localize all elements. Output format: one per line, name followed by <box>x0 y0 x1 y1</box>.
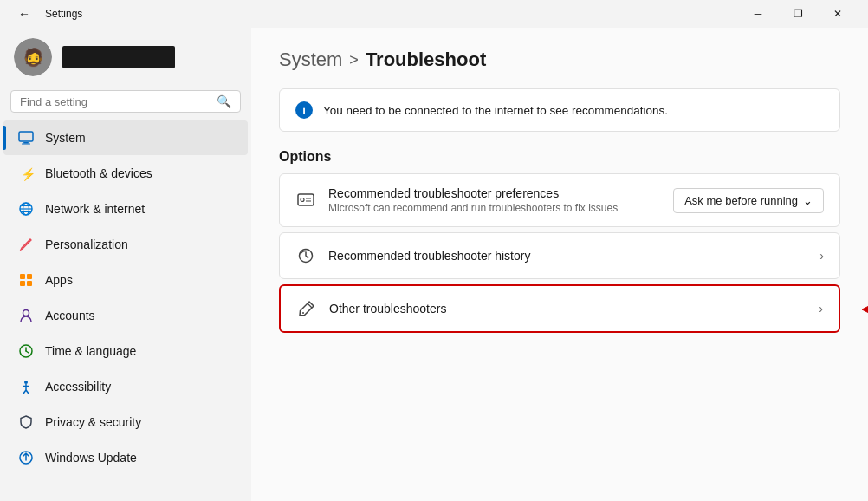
svg-rect-10 <box>27 274 32 279</box>
sidebar-item-label-windows-update: Windows Update <box>45 451 137 465</box>
option-text-history: Recommended troubleshooter history <box>328 249 807 263</box>
svg-text:⚡: ⚡ <box>21 167 35 182</box>
option-card-recommended-history: Recommended troubleshooter history › <box>279 232 840 279</box>
option-desc-prefs: Microsoft can recommend and run troubles… <box>328 202 661 214</box>
close-button[interactable]: ✕ <box>818 0 858 28</box>
time-icon <box>17 342 35 360</box>
dropdown-prefs[interactable]: Ask me before running ⌄ <box>673 188 824 213</box>
svg-rect-12 <box>27 281 32 286</box>
svg-point-17 <box>24 381 28 384</box>
svg-line-21 <box>26 390 29 394</box>
breadcrumb-parent[interactable]: System <box>279 49 342 71</box>
option-row-recommended-history[interactable]: Recommended troubleshooter history › <box>280 233 839 278</box>
info-icon: i <box>295 101 313 119</box>
svg-line-16 <box>26 351 29 353</box>
svg-point-28 <box>302 312 304 314</box>
network-icon <box>17 200 35 218</box>
title-bar: ← Settings ─ ❐ ✕ <box>0 0 868 28</box>
personalization-icon <box>17 236 35 253</box>
sidebar-item-bluetooth[interactable]: ⚡ Bluetooth & devices <box>3 156 248 191</box>
sidebar-item-label-time: Time & language <box>45 344 136 358</box>
info-text: You need to be connected to the internet… <box>323 104 668 117</box>
user-section: 🧔 <box>0 28 251 87</box>
breadcrumb-separator: > <box>349 51 359 69</box>
sidebar-item-label-system: System <box>45 131 86 145</box>
svg-rect-9 <box>20 274 25 279</box>
title-bar-controls: ─ ❐ ✕ <box>738 0 858 28</box>
option-icon-other <box>296 298 317 319</box>
option-card-recommended-prefs: Recommended troubleshooter preferences M… <box>279 173 840 227</box>
search-box[interactable]: 🔍 <box>10 90 241 113</box>
sidebar-item-label-network: Network & internet <box>45 202 145 216</box>
system-icon <box>17 129 35 146</box>
option-row-recommended-prefs[interactable]: Recommended troubleshooter preferences M… <box>280 174 839 226</box>
arrow-annotation <box>853 288 868 335</box>
option-icon-history <box>295 245 316 266</box>
title-bar-title: Settings <box>45 8 82 20</box>
sidebar-item-accessibility[interactable]: Accessibility <box>3 369 248 404</box>
back-button[interactable]: ← <box>10 0 38 28</box>
restore-button[interactable]: ❐ <box>778 0 818 28</box>
info-banner: i You need to be connected to the intern… <box>279 88 840 132</box>
sidebar-item-label-accounts: Accounts <box>45 309 95 322</box>
option-card-other-troubleshooters: Other troubleshooters › <box>279 284 840 333</box>
sidebar-item-network[interactable]: Network & internet <box>3 192 248 226</box>
sidebar-item-accounts[interactable]: Accounts <box>3 298 248 333</box>
option-control-prefs: Ask me before running ⌄ <box>673 188 824 213</box>
breadcrumb-current: Troubleshoot <box>366 49 486 71</box>
avatar-image: 🧔 <box>14 38 52 76</box>
sidebar-item-label-apps: Apps <box>45 273 73 287</box>
accessibility-icon <box>17 378 35 395</box>
chevron-right-icon-history: › <box>819 249 824 263</box>
privacy-icon <box>17 413 35 431</box>
svg-rect-2 <box>22 144 30 145</box>
option-control-history: › <box>819 249 824 263</box>
sidebar-item-label-privacy: Privacy & security <box>45 415 141 429</box>
option-title-history: Recommended troubleshooter history <box>328 249 807 263</box>
sidebar-item-personalization[interactable]: Personalization <box>3 227 248 262</box>
option-icon-prefs <box>295 190 316 211</box>
sidebar-item-windows-update[interactable]: Windows Update <box>3 440 248 475</box>
bluetooth-icon: ⚡ <box>17 165 35 182</box>
option-row-other-troubleshooters[interactable]: Other troubleshooters › <box>281 286 839 331</box>
option-text-other: Other troubleshooters <box>329 302 806 316</box>
main-content: System > Troubleshoot i You need to be c… <box>251 28 868 501</box>
sidebar: 🧔 🔍 System <box>0 28 251 501</box>
dropdown-value-prefs: Ask me before running <box>684 194 798 207</box>
sidebar-item-label-personalization: Personalization <box>45 237 128 251</box>
sidebar-nav: System ⚡ Bluetooth & devices <box>0 120 251 476</box>
options-label: Options <box>279 149 840 165</box>
chevron-right-icon-other: › <box>819 302 823 316</box>
svg-rect-0 <box>19 132 33 141</box>
avatar: 🧔 <box>14 38 52 76</box>
sidebar-item-system[interactable]: System <box>3 120 248 155</box>
search-icon: 🔍 <box>217 94 231 108</box>
svg-point-24 <box>301 198 304 202</box>
sidebar-item-label-bluetooth: Bluetooth & devices <box>45 166 152 180</box>
app-content: 🧔 🔍 System <box>0 28 868 501</box>
option-text-prefs: Recommended troubleshooter preferences M… <box>328 186 661 214</box>
option-title-other: Other troubleshooters <box>329 302 806 316</box>
sidebar-item-apps[interactable]: Apps <box>3 263 248 297</box>
option-title-prefs: Recommended troubleshooter preferences <box>328 186 661 200</box>
apps-icon <box>17 271 35 289</box>
chevron-down-icon: ⌄ <box>803 194 813 207</box>
svg-marker-29 <box>862 292 868 327</box>
option-control-other: › <box>819 302 823 316</box>
accounts-icon <box>17 307 35 324</box>
windows-update-icon <box>17 449 35 466</box>
minimize-button[interactable]: ─ <box>738 0 778 28</box>
sidebar-item-time[interactable]: Time & language <box>3 334 248 368</box>
title-bar-left: ← Settings <box>10 0 82 28</box>
user-name-box <box>62 46 175 68</box>
svg-rect-1 <box>23 142 29 144</box>
search-input[interactable] <box>20 95 211 108</box>
breadcrumb: System > Troubleshoot <box>279 49 840 71</box>
sidebar-item-privacy[interactable]: Privacy & security <box>3 405 248 439</box>
sidebar-item-label-accessibility: Accessibility <box>45 380 111 394</box>
svg-rect-11 <box>20 281 25 286</box>
svg-point-13 <box>23 310 29 316</box>
